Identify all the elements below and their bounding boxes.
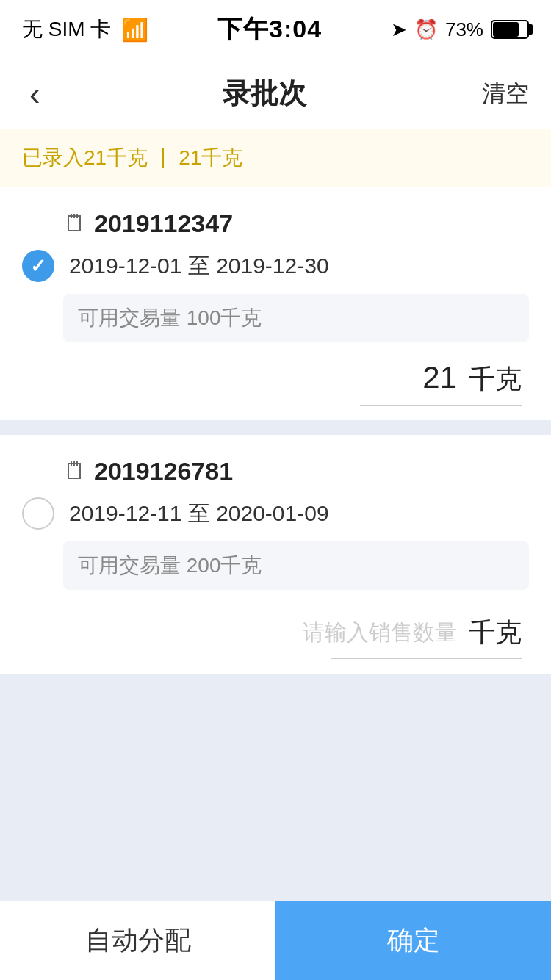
- recorded-label: 已录入21千克: [22, 144, 148, 172]
- batch-item-1-inner: 🗒 2019112347 2019-12-01 至 2019-12-30 可用交…: [0, 187, 551, 342]
- info-bar: 已录入21千克 21千克: [0, 129, 551, 187]
- batch-1-bottom-space: [0, 406, 551, 420]
- batch-2-bottom-space: [0, 659, 551, 674]
- radio-2[interactable]: [22, 497, 54, 530]
- clear-button[interactable]: 清空: [482, 78, 529, 110]
- carrier-text: 无 SIM 卡: [22, 15, 111, 43]
- section-divider: [0, 420, 551, 435]
- status-left: 无 SIM 卡 📶: [22, 15, 148, 43]
- batch-item-2: 🗒 2019126781 2019-12-11 至 2020-01-09 可用交…: [0, 435, 551, 674]
- status-bar: 无 SIM 卡 📶 下午3:04 ➤ ⏰ 73%: [0, 0, 551, 59]
- batch-id-row-2: 🗒 2019126781: [22, 457, 529, 486]
- amount-row-2[interactable]: 请输入销售数量 千克: [0, 608, 551, 658]
- batch-doc-icon-2: 🗒: [63, 458, 87, 485]
- amount-row-1: 21 千克: [0, 360, 551, 405]
- status-time: 下午3:04: [217, 12, 322, 46]
- amount-container-1[interactable]: 21 千克: [422, 360, 522, 397]
- batch-id-row-1: 🗒 2019112347: [22, 209, 529, 238]
- batch-item-2-inner: 🗒 2019126781 2019-12-11 至 2020-01-09 可用交…: [0, 435, 551, 590]
- batch-id-2: 2019126781: [94, 457, 233, 486]
- confirm-button[interactable]: 确定: [276, 901, 551, 980]
- batch-item-1: 🗒 2019112347 2019-12-01 至 2019-12-30 可用交…: [0, 187, 551, 420]
- batch-date-1: 2019-12-01 至 2019-12-30: [69, 251, 329, 281]
- back-button[interactable]: ‹: [22, 68, 48, 120]
- location-icon: ➤: [391, 18, 407, 41]
- batch-date-row-1[interactable]: 2019-12-01 至 2019-12-30: [22, 250, 529, 282]
- batch-id-1: 2019112347: [94, 209, 233, 238]
- wifi-icon: 📶: [121, 17, 148, 43]
- bottom-buttons: 自动分配 确定: [0, 901, 551, 980]
- battery-icon: [491, 20, 529, 39]
- page-content: 已录入21千克 21千克 🗒 2019112347 2019-12-01 至 2…: [0, 129, 551, 980]
- input-unit-2: 千克: [469, 615, 522, 651]
- status-right: ➤ ⏰ 73%: [391, 18, 529, 41]
- batch-doc-icon-1: 🗒: [63, 210, 87, 237]
- info-divider: [162, 148, 164, 168]
- nav-bar: ‹ 录批次 清空: [0, 59, 551, 129]
- amount-value-1[interactable]: 21: [422, 360, 457, 395]
- auto-assign-button[interactable]: 自动分配: [0, 901, 276, 980]
- batch-date-row-2[interactable]: 2019-12-11 至 2020-01-09: [22, 497, 529, 530]
- page-title: 录批次: [223, 75, 306, 112]
- input-placeholder-2[interactable]: 请输入销售数量: [303, 618, 457, 648]
- batch-date-2: 2019-12-11 至 2020-01-09: [69, 499, 329, 529]
- battery-percent: 73%: [445, 18, 483, 41]
- amount-unit-1: 千克: [469, 361, 522, 397]
- alarm-icon: ⏰: [414, 18, 438, 41]
- battery-fill: [493, 22, 519, 37]
- recorded-value: 21千克: [179, 144, 242, 172]
- avail-bar-1: 可用交易量 100千克: [63, 294, 529, 342]
- radio-1[interactable]: [22, 250, 54, 282]
- avail-bar-2: 可用交易量 200千克: [63, 541, 529, 590]
